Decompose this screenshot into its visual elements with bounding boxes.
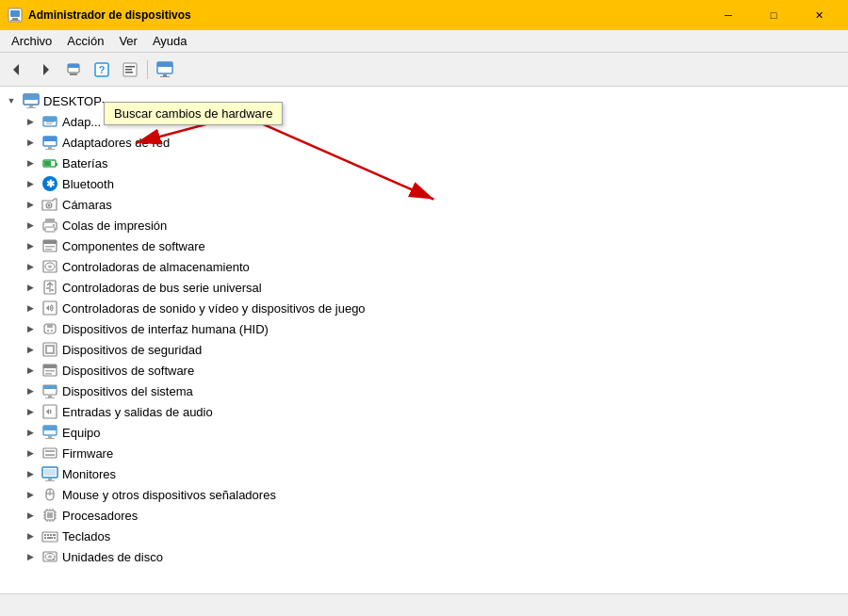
tree-item-sonido[interactable]: ▶ Controladoras de sonido y vídeo y disp…	[0, 298, 848, 318]
tree-item-seguridad[interactable]: ▶ Dispositivos de seguridad	[0, 339, 848, 360]
svg-rect-64	[43, 365, 57, 368]
expand-root[interactable]: ▼	[4, 93, 19, 108]
baterias-label: Baterías	[62, 156, 107, 170]
menu-accion[interactable]: Acción	[59, 31, 111, 52]
expand-hid[interactable]: ▶	[23, 321, 38, 336]
menu-bar: Archivo Acción Ver Ayuda	[0, 30, 848, 53]
tree-item-red[interactable]: ▶ Adaptadores de red	[0, 132, 848, 153]
expand-usb[interactable]: ▶	[23, 280, 38, 295]
sistema-icon	[41, 381, 59, 400]
tree-item-disp-software[interactable]: ▶ Dispositivos de software	[0, 360, 848, 381]
monitor-icon	[41, 464, 59, 483]
svg-rect-36	[44, 161, 51, 166]
svg-rect-29	[46, 123, 52, 124]
svg-rect-107	[47, 537, 53, 539]
tree-item-unidades[interactable]: ▶ Unidades de disco	[0, 546, 848, 567]
svg-point-58	[47, 330, 49, 332]
svg-rect-71	[43, 405, 57, 418]
svg-rect-62	[47, 347, 53, 352]
svg-rect-108	[54, 537, 56, 539]
tree-item-almacenamiento[interactable]: ▶ Controladoras de almacenamiento	[0, 256, 848, 277]
tree-item-componentes[interactable]: ▶ Componentes de software	[0, 235, 848, 256]
monitores-label: Monitores	[62, 467, 116, 481]
tree-item-mouse[interactable]: ▶ Mouse y otros dispositivos señaladores	[0, 484, 848, 505]
battery-icon	[41, 154, 59, 172]
tree-item-baterias[interactable]: ▶ Baterías	[0, 153, 848, 173]
tree-item-teclados[interactable]: ▶ Teclados	[0, 526, 848, 546]
svg-rect-103	[47, 534, 49, 536]
back-button[interactable]	[4, 57, 30, 83]
expand-monitores[interactable]: ▶	[23, 466, 38, 481]
tree-item-audio[interactable]: ▶ Entradas y salidas de audio	[0, 401, 848, 422]
expand-disp-software[interactable]: ▶	[23, 363, 38, 378]
tree-item-equipo[interactable]: ▶ Equipo	[0, 422, 848, 443]
expand-audio[interactable]: ▶	[23, 404, 38, 419]
svg-rect-24	[29, 105, 33, 107]
tree-item-firmware[interactable]: ▶ Firmware	[0, 443, 848, 463]
toolbar-separator	[147, 60, 148, 79]
expand-bluetooth[interactable]: ▶	[23, 176, 38, 191]
expand-unidades[interactable]: ▶	[23, 549, 38, 564]
svg-text:✱: ✱	[46, 178, 56, 189]
svg-rect-74	[48, 436, 52, 438]
forward-button[interactable]	[32, 57, 58, 83]
expand-colas[interactable]: ▶	[23, 218, 38, 233]
svg-rect-14	[125, 72, 133, 73]
menu-ver[interactable]: Ver	[111, 31, 145, 52]
svg-marker-4	[13, 64, 19, 75]
svg-marker-5	[43, 64, 49, 75]
svg-rect-28	[46, 122, 54, 122]
tree-item-sistema[interactable]: ▶ Dispositivos del sistema	[0, 381, 848, 401]
tree-item-usb[interactable]: ▶ Controladoras de bus serie universal	[0, 277, 848, 298]
expand-procesadores[interactable]: ▶	[23, 508, 38, 523]
expand-adaptadores[interactable]: ▶	[23, 114, 38, 129]
expand-almacenamiento[interactable]: ▶	[23, 259, 38, 274]
svg-rect-104	[50, 534, 52, 536]
tree-item-hid[interactable]: ▶ Dispositivos de interfaz humana (HID)	[0, 318, 848, 339]
network-icon	[41, 133, 59, 152]
expand-equipo[interactable]: ▶	[23, 425, 38, 440]
tree-item-monitores[interactable]: ▶ Monitores	[0, 463, 848, 484]
firmware-label: Firmware	[62, 446, 113, 461]
expand-firmware[interactable]: ▶	[23, 446, 38, 461]
svg-rect-57	[47, 324, 53, 328]
svg-point-59	[51, 330, 53, 332]
svg-rect-13	[125, 69, 132, 71]
svg-rect-31	[43, 137, 57, 141]
colas-label: Colas de impresión	[62, 219, 167, 233]
svg-rect-105	[53, 534, 56, 536]
device-tree[interactable]: Buscar cambios de hardware ▼	[0, 87, 848, 593]
expand-teclados[interactable]: ▶	[23, 528, 38, 543]
expand-sistema[interactable]: ▶	[23, 383, 38, 398]
properties-button[interactable]	[117, 57, 143, 83]
minimize-button[interactable]: ─	[707, 0, 750, 30]
svg-rect-12	[125, 66, 135, 68]
close-button[interactable]: ✕	[797, 0, 840, 30]
tree-item-bluetooth[interactable]: ▶ ✱ Bluetooth	[0, 173, 848, 194]
expand-seguridad[interactable]: ▶	[23, 342, 38, 357]
window-title: Administrador de dispositivos	[28, 8, 707, 22]
camera-icon	[41, 195, 59, 214]
tree-item-procesadores[interactable]: ▶ Proces	[0, 505, 848, 526]
maximize-button[interactable]: □	[752, 0, 795, 30]
expand-camaras[interactable]: ▶	[23, 197, 38, 212]
tree-item-colas[interactable]: ▶ Colas de impresión	[0, 215, 848, 235]
sonido-label: Controladoras de sonido y vídeo y dispos…	[62, 301, 366, 316]
menu-archivo[interactable]: Archivo	[4, 31, 59, 52]
help-button[interactable]: ?	[89, 57, 115, 83]
expand-red[interactable]: ▶	[23, 135, 38, 150]
scan-hardware-button[interactable]	[152, 57, 178, 83]
expand-baterias[interactable]: ▶	[23, 155, 38, 170]
svg-rect-48	[45, 249, 52, 251]
root-label: DESKTOP-	[43, 94, 106, 108]
expand-sonido[interactable]: ▶	[23, 300, 38, 316]
svg-rect-18	[160, 76, 170, 77]
adaptadores-label: Adap...	[62, 115, 101, 129]
up-button[interactable]	[60, 57, 87, 83]
expand-componentes[interactable]: ▶	[23, 238, 38, 253]
tree-item-camaras[interactable]: ▶ Cámaras	[0, 194, 848, 215]
menu-ayuda[interactable]: Ayuda	[145, 31, 195, 52]
disp-software-label: Dispositivos de software	[62, 364, 194, 378]
svg-rect-3	[10, 20, 20, 21]
expand-mouse[interactable]: ▶	[23, 487, 38, 502]
